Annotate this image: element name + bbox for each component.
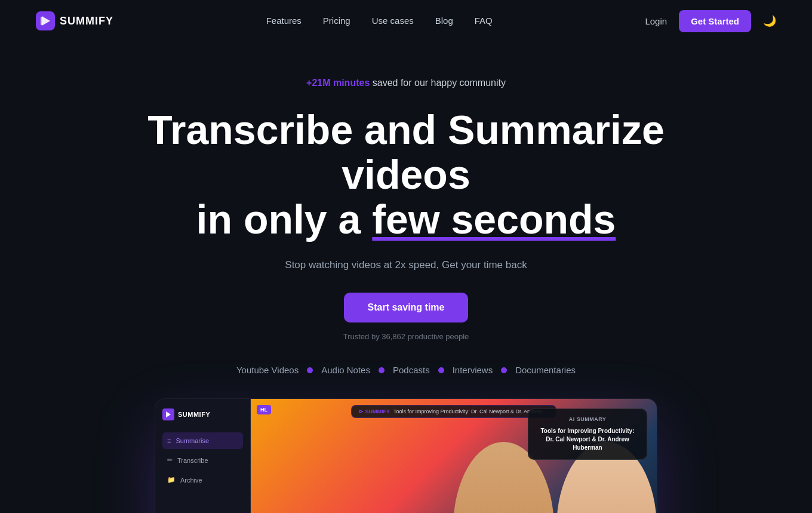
nav-item-use-cases[interactable]: Use cases — [372, 16, 414, 26]
demo-overlay-panel: AI SUMMARY Tools for Improving Productiv… — [528, 408, 647, 460]
demo-sidebar: SUMMIFY ≡ Summarise ✏ Transcribe 📁 Archi… — [155, 399, 251, 513]
content-type-youtube: Youtube Videos — [236, 365, 299, 375]
nav-actions: Login Get Started 🌙 — [645, 10, 776, 32]
hero-title-line2-plain: in only a — [196, 196, 373, 242]
dark-mode-toggle[interactable]: 🌙 — [763, 14, 776, 27]
nav-item-faq[interactable]: FAQ — [475, 16, 493, 26]
hero-title: Transcribe and Summarize videos in only … — [137, 107, 675, 241]
svg-rect-2 — [41, 17, 42, 25]
demo-sidebar-logo-icon — [162, 408, 174, 420]
content-type-podcasts: Podcasts — [393, 365, 430, 375]
demo-sidebar-logo-text: SUMMIFY — [178, 411, 210, 418]
moon-icon: 🌙 — [763, 14, 776, 27]
content-type-audio: Audio Notes — [321, 365, 370, 375]
get-started-button[interactable]: Get Started — [679, 10, 751, 32]
hero-title-line1: Transcribe and Summarize videos — [147, 107, 664, 197]
demo-video-title-bar: Tools for Improving Productivity: Dr. Ca… — [393, 408, 549, 414]
navbar: SUMMIFY Features Pricing Use cases Blog … — [0, 0, 812, 42]
hero-section: +21M minutes saved for our happy communi… — [0, 42, 812, 513]
hero-subtitle: Stop watching videos at 2x speed, Get yo… — [285, 259, 527, 271]
content-type-documentaries: Documentaries — [515, 365, 576, 375]
summarise-icon: ≡ — [167, 437, 171, 444]
content-types: Youtube Videos Audio Notes Podcasts Inte… — [236, 365, 576, 375]
demo-logo-svg — [165, 411, 172, 418]
dot-1 — [307, 367, 313, 373]
demo-summify-brand: ⊳ SUMMIFY — [359, 408, 390, 414]
demo-sidebar-transcribe[interactable]: ✏ Transcribe — [162, 451, 243, 469]
logo-text: SUMMIFY — [60, 15, 113, 27]
hero-badge-highlight: +21M minutes — [306, 78, 370, 88]
demo-inner: SUMMIFY ≡ Summarise ✏ Transcribe 📁 Archi… — [155, 399, 657, 513]
demo-sidebar-summarise[interactable]: ≡ Summarise — [162, 432, 243, 449]
login-button[interactable]: Login — [645, 16, 667, 26]
demo-panel-header: AI SUMMARY — [537, 416, 638, 422]
hl-badge: HL — [257, 405, 271, 414]
archive-icon: 📁 — [167, 476, 176, 484]
start-saving-button[interactable]: Start saving time — [344, 293, 469, 322]
demo-content: ⊳ SUMMIFY Tools for Improving Productivi… — [251, 399, 657, 513]
logo-icon — [36, 11, 55, 30]
nav-item-features[interactable]: Features — [266, 16, 302, 26]
demo-wrapper: SUMMIFY ≡ Summarise ✏ Transcribe 📁 Archi… — [155, 399, 657, 513]
demo-sidebar-archive[interactable]: 📁 Archive — [162, 471, 243, 489]
hero-badge: +21M minutes saved for our happy communi… — [306, 78, 506, 88]
hero-title-line2-underline: few seconds — [372, 196, 616, 242]
content-type-interviews: Interviews — [453, 365, 493, 375]
trusted-text: Trusted by 36,862 productive people — [343, 332, 469, 341]
dot-4 — [501, 367, 507, 373]
demo-sidebar-logo: SUMMIFY — [162, 408, 243, 420]
transcribe-icon: ✏ — [167, 456, 173, 464]
dot-2 — [379, 367, 385, 373]
dot-3 — [438, 367, 444, 373]
logo-link[interactable]: SUMMIFY — [36, 11, 113, 30]
demo-summify-bar: ⊳ SUMMIFY Tools for Improving Productivi… — [351, 405, 556, 418]
svg-marker-3 — [166, 411, 171, 417]
nav-item-blog[interactable]: Blog — [435, 16, 453, 26]
hero-badge-rest: saved for our happy community — [370, 78, 506, 88]
nav-item-pricing[interactable]: Pricing — [323, 16, 350, 26]
demo-panel-title: Tools for Improving Productivity: Dr. Ca… — [537, 427, 638, 452]
nav-links: Features Pricing Use cases Blog FAQ — [266, 16, 493, 26]
